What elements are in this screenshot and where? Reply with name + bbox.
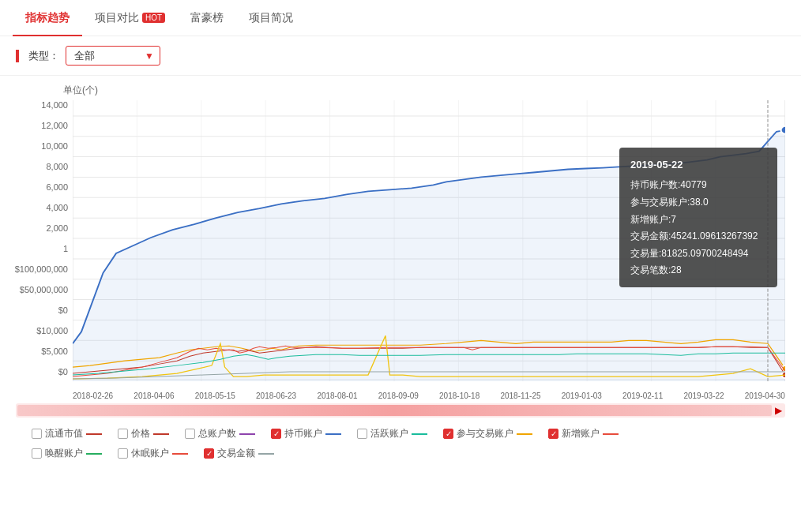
legend-item-交易金额[interactable]: ✓ 交易金额 (204, 447, 274, 460)
type-select-wrapper: 全部 主流 新兴 ▼ (66, 46, 160, 66)
unit-label: 单位(个) (63, 84, 785, 97)
legend-item-唤醒账户[interactable]: 唤醒账户 (32, 447, 102, 460)
legend-line-总账户数 (239, 433, 255, 435)
legend-line-参与交易账户 (517, 433, 532, 435)
legend-checkbox-活跃账户[interactable] (357, 429, 367, 439)
legend-line-新增账户 (603, 433, 619, 435)
legend-item-休眠账户[interactable]: 休眠账户 (118, 447, 188, 460)
x-axis-labels: 2018-02-26 2018-04-06 2018-05-15 2018-06… (73, 392, 785, 400)
filter-row: 类型： 全部 主流 新兴 ▼ (0, 36, 801, 76)
tab-指标趋势[interactable]: 指标趋势 (13, 0, 82, 36)
legend-item-价格[interactable]: 价格 (118, 427, 169, 440)
legend-checkbox-新增账户[interactable]: ✓ (548, 429, 558, 439)
legend-checkbox-持币账户[interactable]: ✓ (271, 429, 281, 439)
tab-bar: 指标趋势 项目对比 HOT 富豪榜 项目简况 (0, 0, 801, 36)
legend-item-参与交易账户[interactable]: ✓ 参与交易账户 (443, 427, 532, 440)
tab-项目对比[interactable]: 项目对比 HOT (82, 0, 178, 36)
chart-container: 单位(个) 14,000 12,000 10,000 8,000 6,000 4… (0, 76, 801, 400)
tab-项目简况[interactable]: 项目简况 (236, 0, 306, 36)
chart-wrapper: 14,000 12,000 10,000 8,000 6,000 4,000 2… (16, 100, 785, 400)
svg-point-27 (781, 126, 786, 134)
legend-row-2: 唤醒账户 休眠账户 ✓ 交易金额 (32, 447, 769, 460)
filter-bar-accent (16, 50, 19, 62)
legend-line-持币账户 (325, 433, 341, 435)
scroll-right-icon[interactable]: ▶ (775, 405, 782, 416)
scroll-handle[interactable] (17, 405, 772, 416)
legend-line-唤醒账户 (86, 453, 102, 455)
legend-checkbox-休眠账户[interactable] (118, 448, 128, 459)
legend-checkbox-价格[interactable] (118, 429, 128, 439)
legend-line-流通市值 (86, 433, 102, 435)
legend-checkbox-流通市值[interactable] (32, 429, 42, 439)
legend-item-流通市值[interactable]: 流通市值 (32, 427, 102, 440)
legend-line-活跃账户 (412, 433, 427, 435)
legend-item-新增账户[interactable]: ✓ 新增账户 (548, 427, 619, 440)
tab-富豪榜[interactable]: 富豪榜 (178, 0, 236, 36)
chart-scrollbar[interactable]: ◀ ▶ (16, 403, 785, 418)
legend-line-交易金额 (258, 453, 274, 455)
legend-item-总账户数[interactable]: 总账户数 (185, 427, 255, 440)
type-select[interactable]: 全部 主流 新兴 (66, 46, 160, 66)
legend-item-持币账户[interactable]: ✓ 持币账户 (271, 427, 341, 440)
chart-legend: 流通市值 价格 总账户数 ✓ 持币账户 活跃账户 ✓ 参与交易账户 ✓ 新增账户… (0, 421, 801, 466)
chart-svg: 交易量 交易笔数 (73, 100, 785, 383)
legend-checkbox-总账户数[interactable] (185, 429, 195, 439)
tab-badge-hot: HOT (142, 13, 165, 23)
filter-label: 类型： (28, 49, 59, 63)
legend-checkbox-交易金额[interactable]: ✓ (204, 448, 214, 459)
y-axis-labels: 14,000 12,000 10,000 8,000 6,000 4,000 2… (16, 100, 73, 377)
legend-line-价格 (153, 433, 169, 435)
legend-checkbox-唤醒账户[interactable] (32, 448, 42, 459)
legend-checkbox-参与交易账户[interactable]: ✓ (443, 429, 453, 439)
legend-item-活跃账户[interactable]: 活跃账户 (357, 427, 427, 440)
legend-line-休眠账户 (172, 453, 188, 455)
